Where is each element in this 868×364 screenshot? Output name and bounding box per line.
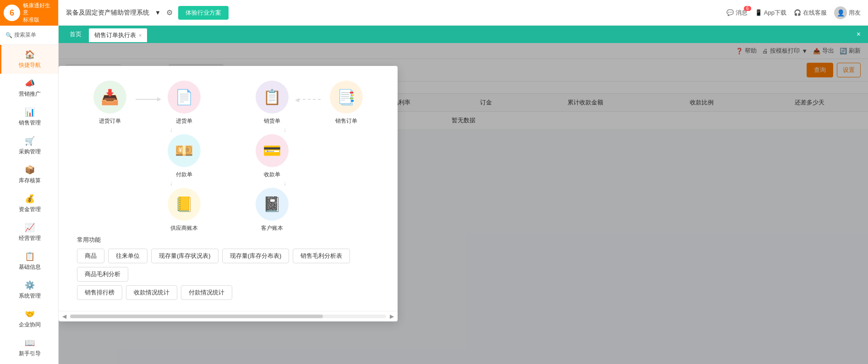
message-badge: 6: [744, 6, 751, 11]
sidebar-item-finance[interactable]: 💰 资金管理: [0, 189, 58, 218]
func-btn-partner[interactable]: 往来单位: [108, 249, 147, 263]
flow-node-sales-bill[interactable]: 📋 销货单: [246, 81, 298, 125]
arrow-sales-order-to-bill: ◀: [298, 99, 321, 100]
tab-home[interactable]: 首页: [62, 26, 89, 43]
quick-nav-icon: 🏠: [25, 49, 35, 60]
tab-bar-close-button[interactable]: ×: [853, 30, 864, 38]
flow-row-arrows-2: ↓ ↓: [77, 179, 379, 188]
scrollbar-thumb: [70, 315, 323, 318]
modal-bottom-bar: ◀ ▶: [59, 311, 398, 321]
marketing-icon: 📣: [25, 78, 35, 88]
func-buttons-row1: 商品 往来单位 现存量(库存状况表) 现存量(库存分布表) 销售毛利分析表 商品…: [77, 249, 379, 282]
func-btn-sales-margin[interactable]: 销售毛利分析表: [293, 249, 350, 263]
sidebar-item-sales[interactable]: 📊 销售管理: [0, 103, 58, 131]
logo-icon: 6: [4, 5, 20, 21]
flow-node-purchase-order[interactable]: 📥 进货订单: [84, 81, 136, 125]
func-btn-product[interactable]: 商品: [77, 249, 104, 263]
func-buttons-row2: 销售排行榜 收款情况统计 付款情况统计: [77, 285, 379, 300]
flow-node-customer-ledger[interactable]: 📓 客户账本: [246, 188, 298, 232]
app-icon: 📱: [755, 9, 762, 16]
func-btn-payment-stats[interactable]: 付款情况统计: [181, 285, 232, 300]
arrow-down-4: ↓: [284, 179, 287, 188]
customer-ledger-icon: 📓: [256, 188, 289, 221]
enterprise-icon: 🤝: [25, 309, 35, 319]
avatar: 👤: [834, 6, 847, 19]
operations-icon: 📈: [25, 223, 35, 233]
finance-icon: 💰: [25, 194, 35, 204]
flow-diagram: 📥 进货订单 ▶: [77, 81, 379, 232]
message-icon: 💬: [726, 9, 734, 16]
arrow-down-2: ↓: [284, 125, 287, 134]
tab-sales-order[interactable]: 销售订单执行表 ×: [89, 28, 147, 42]
receipt-bill-icon: 💳: [256, 134, 289, 167]
arrow-down-3: ↓: [170, 179, 173, 188]
sidebar: 6 畅康通好生意 标准版 🔍 搜索菜单 🏠 快捷导航 📣 营销推广 �: [0, 0, 59, 364]
sidebar-item-quick-nav[interactable]: 🏠 快捷导航: [0, 45, 58, 74]
common-functions: 常用功能 商品 往来单位 现存量(库存状况表) 现存量(库存分布表) 销售毛利分…: [77, 236, 379, 300]
func-btn-product-margin[interactable]: 商品毛利分析: [77, 267, 128, 282]
main-content: 装备及固定资产辅助管理系统 ▼ ⚙ 体验行业方案 💬 消息 6 📱 App下载 …: [59, 0, 868, 364]
system-icon: ⚙️: [25, 280, 35, 290]
sales-icon: 📊: [25, 107, 35, 117]
user-name: 用友: [849, 9, 861, 17]
flow-modal: 📥 进货订单 ▶: [59, 66, 398, 321]
service-icon: 🎧: [794, 9, 801, 16]
sidebar-item-enterprise[interactable]: 🤝 企业协同: [0, 304, 58, 333]
system-dropdown[interactable]: ▼: [155, 9, 161, 16]
app-logo: 6 畅康通好生意 标准版: [0, 0, 58, 26]
scroll-right-button[interactable]: ▶: [390, 313, 394, 320]
flow-node-payment-bill[interactable]: 💴 付款单: [158, 134, 210, 179]
sidebar-item-marketing[interactable]: 📣 营销推广: [0, 74, 58, 103]
func-btn-receipt-stats[interactable]: 收款情况统计: [126, 285, 177, 300]
app-download-button[interactable]: 📱 App下载: [755, 9, 786, 17]
guide-icon: 📖: [25, 338, 35, 348]
sidebar-item-guide[interactable]: 📖 新手引导: [0, 333, 58, 362]
purchase-icon: 🛒: [25, 136, 35, 146]
sidebar-item-system[interactable]: ⚙️ 系统管理: [0, 276, 58, 304]
message-button[interactable]: 💬 消息 6: [726, 9, 748, 17]
sidebar-item-purchase[interactable]: 🛒 采购管理: [0, 131, 58, 160]
modal-content: 📥 进货订单 ▶: [59, 66, 398, 311]
horizontal-scrollbar[interactable]: [70, 315, 386, 318]
func-btn-stock-dist[interactable]: 现存量(库存分布表): [222, 249, 289, 263]
sales-bill-icon: 📋: [256, 81, 289, 114]
search-menu-button[interactable]: 🔍 搜索菜单: [4, 29, 55, 41]
flow-node-receipt-bill[interactable]: 💳 收款单: [246, 134, 298, 179]
purchase-order-icon: 📥: [93, 81, 126, 114]
func-btn-sales-rank[interactable]: 销售排行榜: [77, 285, 122, 300]
supplier-ledger-icon: 📒: [168, 188, 201, 221]
chevron-down-icon: ▼: [155, 9, 161, 16]
try-industry-button[interactable]: 体验行业方案: [178, 6, 229, 20]
tab-close-icon[interactable]: ×: [139, 33, 142, 38]
sidebar-item-operations[interactable]: 📈 经营管理: [0, 218, 58, 247]
settings-icon[interactable]: ⚙: [166, 8, 173, 17]
sidebar-search-area[interactable]: 🔍 搜索菜单: [0, 26, 58, 45]
user-avatar[interactable]: 👤 用友: [834, 6, 861, 19]
base-info-icon: 📋: [25, 251, 35, 261]
arrow-down-1: ↓: [170, 125, 173, 134]
arrow-purchase-to-bill: ▶: [136, 99, 158, 100]
flow-row-2: 💴 付款单 💳 收款单: [116, 134, 340, 179]
search-icon: 🔍: [5, 32, 12, 38]
online-service-button[interactable]: 🎧 在线客服: [794, 9, 827, 17]
logo-text: 畅康通好生意 标准版: [23, 2, 55, 24]
system-title: 装备及固定资产辅助管理系统: [66, 9, 149, 17]
header-actions: 💬 消息 6 📱 App下载 🎧 在线客服 👤 用友: [726, 6, 861, 19]
func-btn-stock-status[interactable]: 现存量(库存状况表): [151, 249, 218, 263]
sidebar-nav: 🏠 快捷导航 📣 营销推广 📊 销售管理 🛒 采购管理 📦 库存核算 💰: [0, 45, 58, 364]
payment-bill-icon: 💴: [168, 134, 201, 167]
tab-bar: 首页 销售订单执行表 × ×: [59, 26, 868, 43]
modal-overlay[interactable]: 📥 进货订单 ▶: [59, 43, 868, 364]
sidebar-item-base-info[interactable]: 📋 基础信息: [0, 247, 58, 276]
sidebar-item-inventory[interactable]: 📦 库存核算: [0, 160, 58, 189]
flow-row-1: 📥 进货订单 ▶: [84, 81, 372, 125]
content-area: ❓ 帮助 🖨 按模板打印 ▼ 📤 导出 🔄 刷新: [59, 43, 868, 364]
scroll-left-button[interactable]: ◀: [62, 313, 66, 320]
flow-node-supplier-ledger[interactable]: 📒 供应商账本: [158, 188, 210, 232]
flow-row-arrows: ↓ ↓: [77, 125, 379, 134]
flow-row-3: 📒 供应商账本 📓 客户账本: [116, 188, 340, 232]
flow-node-sales-order[interactable]: 📑 销售订单: [321, 81, 372, 125]
top-header: 装备及固定资产辅助管理系统 ▼ ⚙ 体验行业方案 💬 消息 6 📱 App下载 …: [59, 0, 868, 26]
sales-order-icon: 📑: [330, 81, 363, 114]
flow-node-purchase-bill[interactable]: 📄 进货单: [158, 81, 210, 125]
